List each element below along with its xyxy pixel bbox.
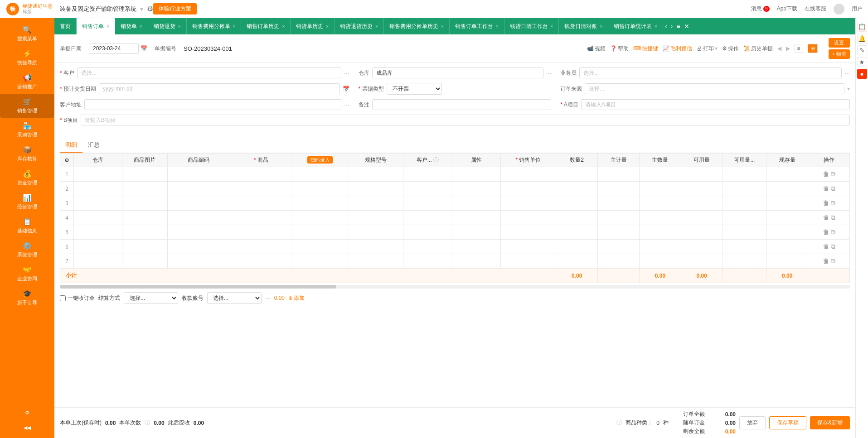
- row-product[interactable]: [230, 225, 292, 240]
- sidebar-item-search[interactable]: 🔍 搜索菜单: [0, 22, 54, 46]
- row-product[interactable]: [230, 240, 292, 254]
- col-header-gear[interactable]: ⚙: [60, 154, 74, 167]
- row-spec[interactable]: [348, 254, 403, 269]
- row-qty2[interactable]: [556, 211, 598, 225]
- tab-close-icon[interactable]: ×: [496, 24, 499, 29]
- online-service-btn[interactable]: 在线客服: [805, 5, 826, 13]
- row-cust[interactable]: [403, 225, 452, 240]
- tab-close-icon[interactable]: ×: [233, 24, 236, 29]
- row-product[interactable]: [230, 182, 292, 196]
- row-copy-icon[interactable]: ⧉: [831, 170, 835, 178]
- tab-more-btn[interactable]: ≡: [674, 23, 682, 30]
- user-avatar[interactable]: [834, 4, 844, 14]
- row-unit[interactable]: [500, 240, 556, 254]
- one-click-label[interactable]: 一键收订金: [60, 294, 95, 302]
- row-cust[interactable]: [403, 167, 452, 182]
- staff-ellipsis-icon[interactable]: ···: [844, 69, 850, 77]
- date-input[interactable]: [89, 43, 139, 54]
- row-qty2[interactable]: [556, 182, 598, 196]
- sidebar-item-purchase[interactable]: 🏪 采购管理: [0, 118, 54, 142]
- tab-scroll-right-btn[interactable]: ›: [669, 23, 675, 30]
- tab-close-icon[interactable]: ×: [375, 24, 378, 29]
- row-code[interactable]: [167, 211, 230, 225]
- row-unit[interactable]: [500, 182, 556, 196]
- tab-close-icon[interactable]: ×: [441, 24, 444, 29]
- row-code[interactable]: [167, 167, 230, 182]
- row-unit[interactable]: [500, 225, 556, 240]
- row-code[interactable]: [167, 182, 230, 196]
- app-download-btn[interactable]: App下载: [777, 5, 797, 13]
- row-warehouse[interactable]: [74, 196, 122, 211]
- row-cust[interactable]: [403, 240, 452, 254]
- nav-prev-icon[interactable]: ◀: [777, 45, 781, 52]
- tab-sales-report[interactable]: 销售订单统计表 ×: [608, 18, 663, 34]
- row-unit[interactable]: [500, 196, 556, 211]
- tab-scroll-left-btn[interactable]: ‹: [663, 23, 669, 30]
- row-attr[interactable]: [452, 254, 500, 269]
- row-spec[interactable]: [348, 182, 403, 196]
- row-warehouse[interactable]: [74, 254, 122, 269]
- row-cust[interactable]: [403, 211, 452, 225]
- shortcut-btn[interactable]: ⌨ 快捷键: [633, 45, 658, 53]
- row-mainqty[interactable]: [639, 225, 681, 240]
- calendar-icon[interactable]: 📅: [141, 45, 147, 52]
- tab-close-icon[interactable]: ×: [326, 24, 329, 29]
- tab-order-workspace[interactable]: 销售订单工作台 ×: [450, 18, 504, 34]
- tab-sales-order[interactable]: 销售订单 ×: [77, 18, 115, 34]
- right-icon-3[interactable]: ✎: [857, 45, 867, 55]
- row-product[interactable]: [230, 167, 292, 182]
- sidebar-item-shortcut[interactable]: ⚡ 快捷导航: [0, 46, 54, 70]
- tab-sales-invoice[interactable]: 销货单 ×: [115, 18, 148, 34]
- tab-daily-workspace[interactable]: 钱货日清工作台 ×: [504, 18, 559, 34]
- cust-info-icon[interactable]: ⓘ: [433, 157, 439, 163]
- sidebar-item-basic[interactable]: 📋 基础信息: [0, 214, 54, 238]
- row-spec[interactable]: [348, 225, 403, 240]
- goods-count-icon[interactable]: ⓘ: [616, 419, 622, 427]
- row-attr[interactable]: [452, 240, 500, 254]
- settings-float-btn[interactable]: 设置: [829, 38, 850, 48]
- tab-order-history[interactable]: 销售订单历史 ×: [241, 18, 291, 34]
- row-delete-icon[interactable]: 🗑: [823, 228, 829, 236]
- row-product[interactable]: [230, 211, 292, 225]
- nav-next-icon[interactable]: ▶: [786, 45, 790, 52]
- row-spec[interactable]: [348, 167, 403, 182]
- row-copy-icon[interactable]: ⧉: [831, 185, 835, 193]
- sidebar-item-enterprise[interactable]: 🤝 企业协同: [0, 262, 54, 286]
- right-icon-2[interactable]: 🔔: [857, 34, 867, 43]
- save-draft-button[interactable]: 保存草稿: [769, 416, 806, 429]
- right-icon-5[interactable]: ●: [857, 69, 867, 79]
- table-scrollbar[interactable]: [60, 285, 850, 289]
- row-mainqty[interactable]: [639, 167, 681, 182]
- row-spec[interactable]: [348, 196, 403, 211]
- operation-btn[interactable]: ⚙ 操作: [722, 45, 739, 53]
- row-spec[interactable]: [348, 211, 403, 225]
- row-mainqty[interactable]: [639, 240, 681, 254]
- row-cust[interactable]: [403, 254, 452, 269]
- row-mainqty[interactable]: [639, 254, 681, 269]
- add-goods-float-btn[interactable]: + 物流: [829, 49, 850, 59]
- history-btn[interactable]: 📜 历史单据: [743, 45, 773, 53]
- tab-invoice-history[interactable]: 销货单历史 ×: [291, 18, 335, 34]
- row-delete-icon[interactable]: 🗑: [823, 257, 829, 265]
- right-icon-4[interactable]: ★: [857, 57, 867, 67]
- row-mainqty[interactable]: [639, 182, 681, 196]
- customer-input[interactable]: [77, 67, 341, 78]
- scan-btn[interactable]: 扫码录入: [307, 156, 333, 164]
- address-ellipsis-icon[interactable]: ···: [344, 101, 349, 108]
- row-copy-icon[interactable]: ⧉: [831, 199, 835, 207]
- tab-return-history[interactable]: 销货退货历史 ×: [335, 18, 384, 34]
- row-mainqty[interactable]: [639, 196, 681, 211]
- row-qty2[interactable]: [556, 225, 598, 240]
- row-mainqty[interactable]: [639, 211, 681, 225]
- sidebar-item-system[interactable]: ⚙️ 系统管理: [0, 238, 54, 262]
- message-btn[interactable]: 消息 9: [751, 5, 770, 13]
- list-view-icon[interactable]: ≡: [795, 44, 803, 53]
- tab-close-icon[interactable]: ×: [655, 24, 657, 29]
- discard-button[interactable]: 放弃: [739, 416, 766, 429]
- address-input[interactable]: [84, 99, 341, 110]
- row-warehouse[interactable]: [74, 225, 122, 240]
- tab-fee-history[interactable]: 销售费用分摊单历史 ×: [384, 18, 450, 34]
- a-project-input[interactable]: [581, 99, 850, 110]
- tab-close-icon[interactable]: ×: [600, 24, 602, 29]
- sidebar-item-sales[interactable]: 🛒 销售管理: [0, 94, 54, 118]
